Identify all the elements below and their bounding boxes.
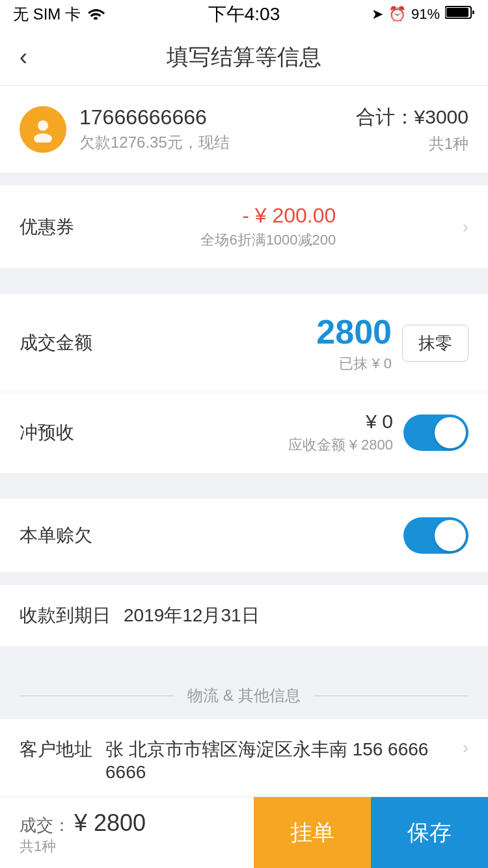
prepay-sub: 应收金额 ¥ 2800 xyxy=(288,435,393,455)
total-count: 共1种 xyxy=(356,133,468,154)
divider-3 xyxy=(0,659,488,672)
status-bar-time: 下午4:03 xyxy=(208,2,280,27)
hang-order-button[interactable]: 挂单 xyxy=(254,797,371,869)
customer-sub-info: 欠款1276.35元，现结 xyxy=(79,132,230,153)
divider-line-right xyxy=(314,696,468,696)
bottom-count: 共1种 xyxy=(20,837,234,856)
prepay-right: ¥ 0 应收金额 ¥ 2800 xyxy=(288,411,468,455)
customer-phone: 17666666666 xyxy=(79,105,230,129)
avatar xyxy=(20,106,66,153)
status-bar: 无 SIM 卡 下午4:03 ➤ ⏰ 91% xyxy=(0,0,488,29)
svg-rect-1 xyxy=(446,8,468,17)
save-button[interactable]: 保存 xyxy=(371,797,488,869)
amount-label: 成交金额 xyxy=(20,331,92,355)
divider-line-left xyxy=(20,696,174,696)
coupon-label: 优惠券 xyxy=(20,215,74,239)
due-date-row: 收款到期日 2019年12月31日 xyxy=(0,585,488,646)
logistics-section-divider: 物流 & 其他信息 xyxy=(0,672,488,719)
address-label: 客户地址 xyxy=(20,737,92,762)
bottom-amount: ¥ 2800 xyxy=(74,809,146,837)
battery-icon xyxy=(445,5,475,23)
coupon-value: - ¥ 200.00 xyxy=(242,204,336,228)
debt-label: 本单赊欠 xyxy=(20,523,92,548)
back-button[interactable]: ‹ xyxy=(20,44,27,71)
bottom-bar: 成交： ¥ 2800 共1种 挂单 保存 xyxy=(0,796,488,868)
coupon-right: - ¥ 200.00 全场6折满1000减200 xyxy=(200,204,336,250)
total-amount: 合计：¥3000 xyxy=(356,104,468,131)
nav-bar: ‹ 填写结算等信息 xyxy=(0,29,488,86)
amount-right: 2800 已抹 ¥ 0 抹零 xyxy=(316,312,468,373)
due-date-value: 2019年12月31日 xyxy=(124,603,260,628)
amount-section: 成交金额 2800 已抹 ¥ 0 抹零 冲预收 ¥ 0 应收金额 ¥ 2800 xyxy=(0,294,488,473)
debt-toggle[interactable] xyxy=(403,517,468,554)
svg-point-2 xyxy=(38,120,48,131)
bottom-info: 成交： ¥ 2800 共1种 xyxy=(0,809,254,856)
customer-details: 17666666666 欠款1276.35元，现结 xyxy=(79,105,230,153)
wifi-icon xyxy=(86,5,105,23)
status-bar-left: 无 SIM 卡 xyxy=(13,4,105,25)
customer-total: 合计：¥3000 共1种 xyxy=(356,104,468,154)
round-down-button[interactable]: 抹零 xyxy=(402,325,468,362)
section-divider-text: 物流 & 其他信息 xyxy=(187,685,300,706)
chevron-right-icon: › xyxy=(463,217,468,237)
coupon-row[interactable]: 优惠券 - ¥ 200.00 全场6折满1000减200 › xyxy=(0,185,488,268)
amount-value-container: 2800 已抹 ¥ 0 xyxy=(316,312,392,373)
status-bar-right: ➤ ⏰ 91% xyxy=(372,5,475,23)
bottom-deal-line: 成交： ¥ 2800 xyxy=(20,809,234,837)
address-chevron-icon: › xyxy=(463,737,468,758)
prepay-label: 冲预收 xyxy=(20,420,74,445)
coupon-sub-info: 全场6折满1000减200 xyxy=(200,230,336,250)
sim-status: 无 SIM 卡 xyxy=(13,4,81,25)
amount-value: 2800 xyxy=(316,312,392,351)
svg-point-3 xyxy=(34,133,52,142)
debt-row: 本单赊欠 xyxy=(0,499,488,572)
bottom-deal-label: 成交： xyxy=(20,814,70,837)
prepay-row: 冲预收 ¥ 0 应收金额 ¥ 2800 xyxy=(0,392,488,473)
customer-left: 17666666666 欠款1276.35元，现结 xyxy=(20,105,230,153)
location-icon: ➤ xyxy=(372,6,383,23)
due-date-label: 收款到期日 xyxy=(20,603,111,628)
alarm-icon: ⏰ xyxy=(388,6,406,23)
address-value: 张 北京市市辖区海淀区永丰南 156 6666 6666 xyxy=(105,737,450,783)
prepay-value-container: ¥ 0 应收金额 ¥ 2800 xyxy=(288,411,393,455)
divider-1 xyxy=(0,281,488,294)
amount-sub: 已抹 ¥ 0 xyxy=(316,354,392,373)
prepay-value: ¥ 0 xyxy=(288,411,393,433)
divider-2 xyxy=(0,486,488,499)
prepay-toggle[interactable] xyxy=(403,414,468,451)
transaction-amount-row: 成交金额 2800 已抹 ¥ 0 抹零 xyxy=(0,294,488,392)
battery-percent: 91% xyxy=(411,6,440,23)
address-row[interactable]: 客户地址 张 北京市市辖区海淀区永丰南 156 6666 6666 › xyxy=(0,719,488,801)
page-title: 填写结算等信息 xyxy=(167,42,321,72)
customer-info-card: 17666666666 欠款1276.35元，现结 合计：¥3000 共1种 xyxy=(0,86,488,172)
